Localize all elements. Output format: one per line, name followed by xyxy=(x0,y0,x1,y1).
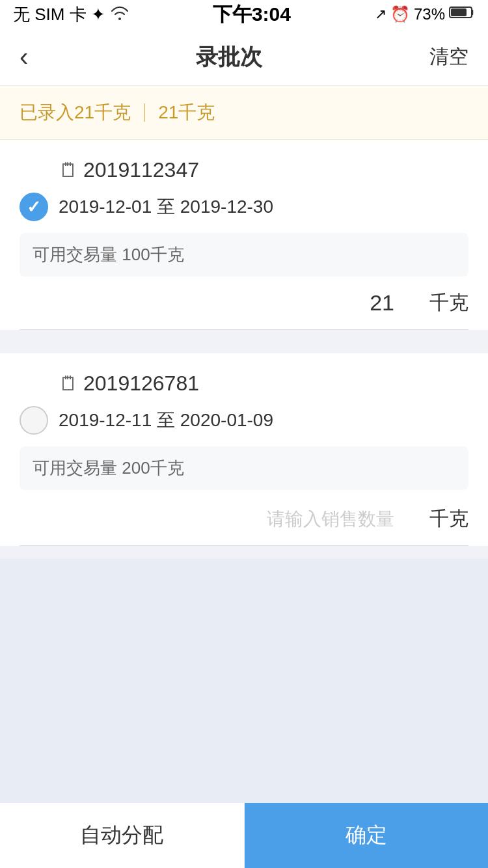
batch-card-2: 🗒 2019126781 2019-12-11 至 2020-01-09 可用交… xyxy=(0,353,488,546)
batch-card-1: 🗒 2019112347 2019-12-01 至 2019-12-30 可用交… xyxy=(0,140,488,330)
sim-label: 无 SIM 卡 ✦ xyxy=(13,3,105,26)
batch-id-row-1: 🗒 2019112347 xyxy=(20,158,468,182)
status-right: ↗ ⏰ 73% xyxy=(375,5,475,23)
nav-bar: ‹ 录批次 清空 xyxy=(0,29,488,86)
status-bar: 无 SIM 卡 ✦ 下午3:04 ↗ ⏰ 73% xyxy=(0,0,488,29)
wifi-icon xyxy=(111,5,129,25)
radio-button-2[interactable] xyxy=(20,406,48,435)
back-button[interactable]: ‹ xyxy=(20,42,28,72)
quantity-input-unit-2: 千克 xyxy=(429,506,468,532)
status-time: 下午3:04 xyxy=(213,1,291,28)
section-divider xyxy=(0,343,488,353)
location-icon: ↗ xyxy=(375,6,386,23)
quantity-divider-1 xyxy=(20,329,468,330)
batch-date-row-2[interactable]: 2019-12-11 至 2020-01-09 xyxy=(20,406,468,435)
battery-label: 73% xyxy=(414,5,445,23)
confirm-button[interactable]: 确定 xyxy=(245,803,489,868)
batch-date-row-1[interactable]: 2019-12-01 至 2019-12-30 xyxy=(20,193,468,221)
quantity-row-1: 21 千克 xyxy=(0,277,488,329)
quantity-input-placeholder-2[interactable]: 请输入销售数量 xyxy=(20,507,394,532)
summary-value: 21千克 xyxy=(158,100,215,125)
batch-doc-icon-2: 🗒 xyxy=(59,373,78,395)
status-left: 无 SIM 卡 ✦ xyxy=(13,3,129,26)
clear-button[interactable]: 清空 xyxy=(429,44,468,70)
page-title: 录批次 xyxy=(196,42,262,72)
quantity-unit-1: 千克 xyxy=(429,290,468,316)
radio-button-1[interactable] xyxy=(20,193,48,221)
auto-assign-button[interactable]: 自动分配 xyxy=(0,803,245,868)
batch-available-2: 可用交易量 200千克 xyxy=(20,446,468,490)
empty-area xyxy=(0,559,488,832)
input-underline-2 xyxy=(20,545,468,546)
batch-id-1: 2019112347 xyxy=(83,158,199,182)
summary-bar: 已录入21千克 21千克 xyxy=(0,86,488,140)
batch-date-2: 2019-12-11 至 2020-01-09 xyxy=(59,408,273,433)
summary-divider xyxy=(144,103,145,122)
batch-available-1: 可用交易量 100千克 xyxy=(20,233,468,277)
batch-date-1: 2019-12-01 至 2019-12-30 xyxy=(59,195,273,219)
input-row-2: 请输入销售数量 千克 xyxy=(0,490,488,545)
battery-icon xyxy=(449,5,475,23)
bottom-bar: 自动分配 确定 xyxy=(0,803,488,868)
summary-recorded-label: 已录入21千克 xyxy=(20,100,131,125)
alarm-icon: ⏰ xyxy=(390,5,410,23)
batch-id-2: 2019126781 xyxy=(83,372,199,396)
quantity-value-1[interactable]: 21 xyxy=(342,290,394,316)
batch-id-row-2: 🗒 2019126781 xyxy=(20,372,468,396)
batch-doc-icon-1: 🗒 xyxy=(59,159,78,182)
svg-rect-1 xyxy=(451,8,467,16)
